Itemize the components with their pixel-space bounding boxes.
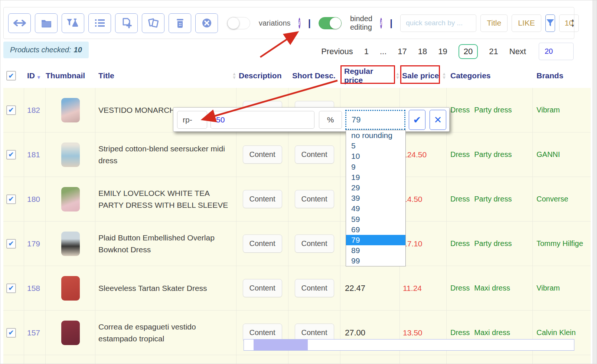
header-id[interactable]: ID▼ (24, 63, 46, 88)
rounding-option-99[interactable]: 99 (346, 256, 405, 266)
regular-price-value[interactable]: 27.00 (340, 328, 365, 338)
row-checkbox[interactable]: ✔ (6, 239, 16, 249)
close-button[interactable]: ✕ (430, 110, 446, 130)
category-tag[interactable]: Dress (450, 284, 470, 292)
add-product-button[interactable] (115, 13, 138, 33)
column-list-button[interactable] (88, 13, 111, 33)
quick-search-input[interactable] (400, 14, 476, 32)
sort-icon[interactable]: ▲▼ (232, 72, 236, 79)
pagination-next[interactable]: Next (509, 47, 526, 56)
rounding-option-39[interactable]: 39 (346, 193, 405, 203)
rounding-option-79[interactable]: 79 (346, 235, 405, 245)
product-thumbnail[interactable] (61, 187, 80, 211)
cancel-button[interactable] (195, 13, 218, 33)
variations-info-icon[interactable]: i (298, 18, 300, 29)
pagination-page-21[interactable]: 21 (489, 47, 498, 56)
page-scrollbar-strip[interactable] (593, 0, 597, 364)
rounding-option-29[interactable]: 29 (346, 183, 405, 193)
sale-price-value[interactable]: 11.24 (400, 284, 422, 293)
rounding-option-49[interactable]: 49 (346, 203, 405, 214)
scrollbar-thumb[interactable] (254, 340, 308, 350)
short-desc-content-button[interactable]: Content (295, 145, 334, 164)
category-tag[interactable]: Dress (450, 106, 470, 114)
short-desc-content-button[interactable]: Content (295, 235, 334, 253)
description-content-button[interactable]: Content (243, 279, 282, 297)
brand-value[interactable]: Tommy Hilfige (533, 239, 583, 248)
category-tag[interactable]: Party dress (474, 195, 512, 203)
unit-select[interactable]: % (319, 111, 342, 129)
binded-editing-info-icon[interactable]: i (380, 18, 382, 29)
rounding-option-9[interactable]: 9 (346, 162, 405, 172)
prefix-input[interactable] (177, 111, 207, 129)
variations-toggle[interactable] (227, 17, 250, 29)
rounding-option-69[interactable]: 69 (346, 224, 405, 235)
resize-columns-button[interactable] (8, 13, 31, 33)
pagination-page-19[interactable]: 19 (438, 47, 447, 56)
product-thumbnail[interactable] (61, 98, 80, 122)
category-tag[interactable]: Party dress (474, 150, 512, 159)
category-tag[interactable]: Dress (450, 328, 470, 337)
select-all-checkbox[interactable]: ✔ (6, 71, 16, 81)
filter-button[interactable] (545, 14, 555, 32)
header-title[interactable]: Title▲▼ (95, 63, 236, 88)
category-tag[interactable]: Party dress (474, 239, 512, 248)
category-tag[interactable]: Dress (450, 195, 470, 203)
brand-value[interactable]: GANNI (533, 150, 560, 159)
brand-value[interactable]: Calvin Klein (533, 328, 576, 337)
rounding-option-10[interactable]: 10 (346, 151, 405, 161)
pagination-page-1[interactable]: 1 (364, 47, 369, 56)
rounding-option-89[interactable]: 89 (346, 245, 405, 256)
description-content-button[interactable]: Content (243, 235, 282, 253)
page-size-select[interactable]: 10 ▲▼ (559, 14, 579, 32)
search-mode-button[interactable]: LIKE (512, 14, 541, 32)
product-thumbnail[interactable] (61, 276, 80, 301)
row-checkbox[interactable]: ✔ (6, 283, 16, 293)
open-folder-button[interactable] (35, 13, 58, 33)
pagination-page-20[interactable]: 20 (459, 44, 478, 59)
amount-input[interactable] (211, 111, 314, 129)
product-title[interactable]: VESTIDO MONARCH (95, 104, 177, 116)
binded-editing-toggle[interactable] (319, 17, 342, 29)
product-thumbnail[interactable] (61, 232, 80, 256)
pagination-page-17[interactable]: 17 (398, 47, 407, 56)
product-thumbnail[interactable] (61, 321, 80, 345)
product-title[interactable]: EMILY LOVELOCK WHITE TEA PARTY DRESS WIT… (95, 187, 236, 211)
page-number-input[interactable] (539, 43, 574, 60)
pagination-previous[interactable]: Previous (321, 47, 353, 56)
delete-button[interactable] (169, 13, 191, 33)
category-tag[interactable]: Maxi dress (474, 284, 510, 292)
product-title[interactable]: Sleeveless Tartan Skater Dress (95, 282, 209, 294)
brand-value[interactable]: Vibram (533, 284, 560, 292)
horizontal-scrollbar[interactable] (244, 339, 574, 351)
regular-price-value[interactable]: 22.47 (340, 283, 365, 293)
product-title[interactable]: Striped cotton-blend seersucker midi dre… (95, 143, 236, 166)
confirm-button[interactable]: ✔ (409, 110, 425, 130)
duplicate-button[interactable] (142, 13, 164, 33)
filter-presets-button[interactable] (62, 13, 84, 33)
header-sale-price[interactable]: Sale price▲▼ (400, 63, 447, 88)
category-tag[interactable]: Dress (450, 150, 470, 159)
rounding-option-19[interactable]: 19 (346, 172, 405, 183)
header-regular-price[interactable]: Regular price▲▼ (340, 63, 400, 88)
sort-icon[interactable]: ▲▼ (395, 72, 400, 79)
search-field-button[interactable]: Title (480, 14, 508, 32)
pagination-page-18[interactable]: 18 (418, 47, 427, 56)
sale-price-value[interactable]: 13.50 (400, 328, 423, 337)
category-tag[interactable]: Dress (450, 239, 470, 248)
row-checkbox[interactable]: ✔ (6, 328, 16, 338)
row-checkbox[interactable]: ✔ (6, 194, 16, 204)
product-thumbnail[interactable] (61, 142, 80, 167)
short-desc-content-button[interactable]: Content (295, 279, 334, 297)
description-content-button[interactable]: Content (243, 145, 282, 164)
rounding-select[interactable]: 79 (345, 110, 405, 130)
rounding-option-no-rounding[interactable]: no rounding (346, 130, 405, 141)
category-tag[interactable]: Maxi dress (474, 328, 510, 337)
description-content-button[interactable]: Content (243, 190, 282, 208)
sort-icon[interactable]: ▲▼ (442, 72, 446, 79)
short-desc-content-button[interactable]: Content (295, 190, 334, 208)
product-title[interactable]: Correa de espagueti vestido estampado tr… (95, 321, 236, 344)
brand-value[interactable]: Vibram (533, 106, 560, 114)
rounding-option-5[interactable]: 5 (346, 141, 405, 151)
product-title[interactable]: Plaid Button Embellished Overlap Bowknot… (95, 232, 236, 255)
category-tag[interactable]: Party dress (474, 106, 512, 114)
